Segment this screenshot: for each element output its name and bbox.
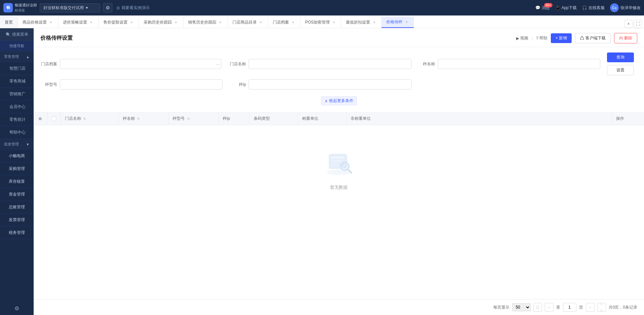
tab-sale-extract[interactable]: 售价提取设置 ×: [99, 16, 139, 28]
online-service-button[interactable]: 🎧 在线客服: [582, 5, 605, 11]
logo-area: 畅 畅捷通好业财 标准版: [3, 3, 37, 12]
page-header: 价格传秤设置 ▶ 视频 | ? 帮助 + 新增 凸 客户端下载: [34, 28, 644, 47]
tab-price-settings[interactable]: 商品价格设置 ×: [18, 16, 58, 28]
store-archive-dots[interactable]: ···: [216, 62, 220, 67]
scale-name-input[interactable]: [438, 59, 600, 69]
sidebar-item-label: 会员中心: [9, 104, 26, 110]
tab-purchase-history[interactable]: 采购历史价跟踪 ×: [139, 16, 183, 28]
tab-label: 门店商品目录: [232, 20, 257, 25]
tab-close-icon[interactable]: ×: [89, 20, 94, 25]
page-container: 价格传秤设置 ▶ 视频 | ? 帮助 + 新增 凸 客户端下载: [34, 28, 644, 315]
messages-button[interactable]: 💬 消息 99+: [535, 5, 550, 11]
sidebar-item-marketing[interactable]: 营销推广: [0, 88, 34, 101]
settings-filter-button[interactable]: 设置: [607, 65, 634, 75]
app-download-button[interactable]: 📱 App下载: [555, 5, 577, 11]
scale-name-label: 秤名称: [418, 61, 435, 67]
demo-button[interactable]: ◎ 我要看实例演示: [116, 5, 150, 11]
help-link[interactable]: ? 帮助: [536, 35, 547, 41]
video-link[interactable]: ▶ 视频: [516, 35, 528, 41]
tab-close-icon[interactable]: ×: [174, 20, 178, 25]
tab-label: 进价策略设置: [63, 20, 87, 25]
tab-purchase-strategy[interactable]: 进价策略设置 ×: [58, 16, 99, 28]
store-name-input[interactable]: [249, 59, 411, 69]
page-number-label: 算: [556, 305, 560, 310]
add-button[interactable]: + 新增: [551, 33, 572, 43]
svg-rect-3: [331, 160, 341, 162]
tab-store-catalog[interactable]: 门店商品目录 ×: [228, 16, 268, 28]
sidebar-item-retail-mall[interactable]: 零售商城: [0, 75, 34, 88]
th-settings[interactable]: ⚙: [34, 112, 47, 125]
svg-rect-4: [331, 164, 338, 165]
tab-label: 价格传秤: [386, 19, 402, 25]
tab-label: 最低折扣设置: [346, 20, 370, 25]
tab-home[interactable]: 首页: [0, 16, 18, 28]
query-label: 查询: [616, 55, 624, 60]
tab-close-icon[interactable]: ×: [331, 20, 336, 25]
query-button[interactable]: 查询: [607, 53, 634, 62]
topbar-settings-button[interactable]: ⚙: [103, 3, 112, 12]
page-first-button[interactable]: ⟨⟨: [533, 303, 542, 312]
tab-close-icon[interactable]: ×: [129, 20, 134, 25]
tab-bar-close-button[interactable]: ×: [624, 20, 633, 28]
th-barcode-type: 条码类型: [249, 112, 298, 125]
message-icon: 💬: [535, 5, 540, 10]
sidebar-search[interactable]: 🔍 搜索菜单: [0, 28, 34, 41]
sidebar-settings-icon[interactable]: ⚙: [14, 305, 19, 312]
th-checkbox[interactable]: [47, 112, 61, 125]
per-page-label: 每页显示: [493, 305, 509, 310]
tab-close-icon[interactable]: ×: [218, 20, 223, 25]
sidebar-item-xiaochang-ecom[interactable]: 小畅电商: [0, 150, 34, 163]
sidebar-item-finance[interactable]: 资金管理: [0, 188, 34, 201]
store-archive-input[interactable]: [60, 59, 221, 69]
tab-close-icon[interactable]: ×: [258, 20, 263, 25]
tab-close-icon[interactable]: ×: [404, 20, 409, 24]
sidebar-item-smart-store[interactable]: 智慧门店: [0, 62, 34, 75]
sidebar-item-help-center[interactable]: 帮助中心: [0, 126, 34, 139]
help-label: 帮助: [539, 35, 547, 41]
tab-bar-expand-button[interactable]: ⛶: [634, 20, 642, 28]
tab-close-icon[interactable]: ×: [372, 20, 377, 25]
tab-price-scale[interactable]: 价格传秤 ×: [382, 16, 414, 28]
scale-ip-label: 秤ip: [229, 82, 246, 88]
sidebar-item-wholesale-mgmt[interactable]: 批发管理 ▼: [0, 139, 34, 150]
download-icon: 📱: [555, 5, 560, 10]
sidebar-item-invoice[interactable]: 发票管理: [0, 214, 34, 226]
page-number-input[interactable]: [563, 303, 576, 312]
eye-icon: ◎: [116, 5, 120, 10]
page-prev-button[interactable]: ＜: [545, 303, 553, 312]
product-selector[interactable]: 好业财标准版交付试用 ▾: [40, 3, 100, 12]
sidebar-item-purchase-mgmt[interactable]: 采购管理: [0, 163, 34, 175]
tab-min-discount[interactable]: 最低折扣设置 ×: [341, 16, 382, 28]
scale-model-input[interactable]: [60, 79, 222, 90]
user-area[interactable]: Ea 徐泽华修改: [610, 3, 641, 12]
sidebar-item-retail-mgmt[interactable]: 零售管理 ▲: [0, 51, 34, 62]
tab-close-icon[interactable]: ×: [48, 20, 53, 25]
page-next-button[interactable]: ＞: [586, 303, 595, 312]
tab-pos-encryption[interactable]: POS加密管理 ×: [300, 16, 341, 28]
sidebar-item-label: 总账管理: [9, 204, 25, 210]
sidebar-item-label: 小畅电商: [9, 153, 25, 159]
sidebar-item-inventory[interactable]: 库存核算: [0, 175, 34, 188]
sidebar-item-tax[interactable]: 税务管理: [0, 226, 34, 239]
sidebar-quick-nav[interactable]: 快捷导航: [0, 41, 34, 51]
per-page-select[interactable]: 50 10 20 100: [512, 303, 531, 311]
sidebar-item-member-center[interactable]: 会员中心: [0, 101, 34, 113]
tab-store-profile[interactable]: 门店档案 ×: [268, 16, 300, 28]
page-last-button[interactable]: ＞＞: [597, 303, 606, 312]
tab-sales-history[interactable]: 销售历史价跟踪 ×: [183, 16, 228, 28]
collapse-button[interactable]: ∧ 收起更多条件: [321, 96, 357, 105]
sidebar-item-label: 营销推广: [9, 91, 26, 97]
sidebar-item-label: 智慧门店: [9, 66, 26, 71]
sidebar-item-retail-stats[interactable]: 零售统计: [0, 113, 34, 126]
sidebar-item-label: 库存核算: [9, 179, 25, 184]
select-all-checkbox[interactable]: [51, 116, 56, 121]
th-scale-name-label: 秤名称: [123, 116, 135, 121]
tab-close-icon[interactable]: ×: [291, 20, 295, 25]
export-button[interactable]: 凸 客户端下载: [575, 33, 610, 43]
chevron-up-icon: ∧: [325, 99, 328, 103]
sidebar-item-ledger[interactable]: 总账管理: [0, 201, 34, 214]
page-title: 价格传秤设置: [40, 35, 73, 42]
delete-button[interactable]: 向 删除: [614, 33, 637, 43]
scale-ip-input[interactable]: [249, 79, 411, 90]
query-settings-area: 查询 设置: [607, 53, 637, 75]
